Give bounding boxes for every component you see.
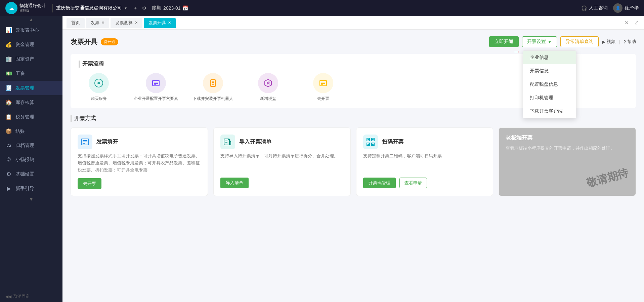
method-boss-desc: 查看老板端小程序提交的开票申请，并作出相应的处理。 bbox=[506, 145, 629, 165]
settings-dropdown: 企业信息 开票信息 配置税盘信息 打印机管理 下载开票客户端 → bbox=[523, 50, 576, 118]
tab-invoice-calc[interactable]: 发票测算 ✕ bbox=[111, 18, 142, 28]
svg-text:+: + bbox=[269, 79, 271, 82]
help-label: 帮助 bbox=[627, 39, 636, 45]
billing-methods-grid: 发票填开 支持按照发票样式手工填开发票；可开具增值税电子普通发票、增值税普通发票… bbox=[71, 127, 636, 196]
status-badge: 待开通 bbox=[101, 38, 118, 45]
method-card-fill-header: 发票填开 bbox=[78, 135, 201, 149]
method-card-scan: 扫码开票 支持定制开票二维码，客户端可扫码开票 开票码管理 查看申请 bbox=[356, 127, 493, 196]
sidebar-scroll-up[interactable]: ▲ bbox=[0, 16, 62, 23]
method-scan-btn2[interactable]: 查看申请 bbox=[399, 178, 427, 188]
video-button[interactable]: ▶ 视频 bbox=[602, 39, 615, 45]
sidebar-item-expense[interactable]: © 小畅报销 bbox=[0, 153, 62, 167]
method-fill-btn[interactable]: 去开票 bbox=[78, 178, 101, 189]
sidebar-item-reports[interactable]: 📊 云报表中心 bbox=[0, 23, 62, 37]
dropdown-item-tax-disk[interactable]: 配置税盘信息 bbox=[523, 78, 576, 91]
page-content: 发票开具 待开通 立即开通 开票设置 ▼ 异常清单查询 ▶ 视频 bbox=[62, 30, 644, 302]
method-scan-desc: 支持定制开票二维码，客户端可扫码开票 bbox=[363, 153, 486, 173]
top-bar-center: + ⚙ 账期 2023-01 📅 bbox=[134, 5, 188, 11]
guide-icon: ▶ bbox=[5, 185, 12, 192]
funds-icon: 💰 bbox=[5, 41, 12, 48]
sidebar-item-assets-label: 固定资产 bbox=[15, 56, 34, 62]
sidebar-item-funds[interactable]: 💰 资金管理 bbox=[0, 37, 62, 52]
add-button[interactable]: + bbox=[134, 5, 137, 11]
flow-step-5: 去开票 bbox=[303, 73, 343, 102]
sidebar-item-guide-label: 新手引导 bbox=[15, 186, 34, 192]
method-boss-title: 老板端开票 bbox=[506, 135, 532, 142]
step-5-icon bbox=[313, 73, 333, 93]
method-card-boss: 老板端开票 查看老板端小程序提交的开票申请，并作出相应的处理。 敬请期待 bbox=[499, 127, 636, 196]
sidebar-item-inventory[interactable]: 🏠 库存核算 bbox=[0, 95, 62, 110]
flow-step-4: 税+ 新增税盘 bbox=[248, 73, 288, 102]
sidebar-item-tax-label: 税务管理 bbox=[15, 114, 34, 120]
settings-button[interactable]: 开票设置 ▼ bbox=[522, 36, 557, 47]
sidebar-scroll-down[interactable]: ▼ bbox=[0, 196, 62, 202]
company-selector[interactable]: 重庆畅捷交通信息咨询有限公司 ▼ bbox=[52, 4, 131, 12]
account-period[interactable]: 账期 2023-01 📅 bbox=[152, 5, 188, 11]
abnormal-list-button[interactable]: 异常清单查询 bbox=[560, 36, 599, 47]
calendar-icon: 📅 bbox=[182, 5, 188, 11]
method-import-btn[interactable]: 导入清单 bbox=[220, 178, 249, 188]
sidebar-item-archive-label: 归档管理 bbox=[15, 143, 34, 149]
help-button[interactable]: ? 帮助 bbox=[624, 39, 636, 45]
sidebar-item-assets[interactable]: 🏢 固定资产 bbox=[0, 52, 62, 66]
account-period-value: 2023-01 bbox=[163, 5, 180, 11]
activate-button[interactable]: 立即开通 bbox=[489, 36, 519, 47]
unpin-icon: ◀◀ bbox=[5, 294, 11, 299]
coming-soon-watermark: 敬请期待 bbox=[585, 166, 630, 191]
invoice-icon: 🧾 bbox=[5, 85, 12, 91]
sidebar-item-reports-label: 云报表中心 bbox=[15, 27, 39, 33]
sidebar-item-closing[interactable]: 📦 结账 bbox=[0, 124, 62, 139]
sidebar-item-tax[interactable]: 📋 税务管理 bbox=[0, 110, 62, 124]
close-window-button[interactable]: ✕ bbox=[623, 18, 630, 27]
method-scan-btn1[interactable]: 开票码管理 bbox=[363, 178, 396, 188]
page-title-area: 发票开具 待开通 bbox=[71, 37, 118, 46]
avatar: 👤 bbox=[613, 3, 622, 13]
support-button[interactable]: 🎧 人工咨询 bbox=[581, 5, 608, 11]
step-2-icon bbox=[146, 73, 166, 93]
svg-text:+: + bbox=[101, 79, 102, 82]
tab-invoice[interactable]: 发票 ✕ bbox=[86, 18, 109, 28]
billing-section: 开票方式 发票填开 支持按照发票样式手工填开发票；可开具增值税电子普通发票、增值… bbox=[71, 115, 636, 196]
settings-icon[interactable]: ⚙ bbox=[142, 5, 146, 11]
dropdown-item-download-client[interactable]: 下载开票客户端 bbox=[523, 105, 576, 118]
method-card-fill: 发票填开 支持按照发票样式手工填开发票；可开具增值税电子普通发票、增值税普通发票… bbox=[71, 127, 208, 196]
sidebar-item-guide[interactable]: ▶ 新手引导 bbox=[0, 181, 62, 196]
expand-window-button[interactable]: ⤢ bbox=[633, 18, 640, 27]
sidebar-item-settings-label: 基础设置 bbox=[15, 171, 34, 177]
dropdown-item-invoice-info[interactable]: 开票信息 bbox=[523, 64, 576, 78]
archive-icon: 🗂 bbox=[5, 143, 12, 149]
step-2-label: 企业开通配置开票六要素 bbox=[134, 96, 178, 102]
company-arrow-icon: ▼ bbox=[124, 6, 127, 10]
svg-rect-27 bbox=[368, 139, 369, 140]
dropdown-item-company-info[interactable]: 企业信息 bbox=[523, 51, 576, 64]
salary-icon: 💵 bbox=[5, 70, 12, 77]
page-header: 发票开具 待开通 立即开通 开票设置 ▼ 异常清单查询 ▶ 视频 bbox=[71, 36, 636, 47]
flow-step-2: 企业开通配置开票六要素 bbox=[134, 73, 178, 102]
svg-rect-31 bbox=[372, 144, 374, 145]
dropdown-item-printer[interactable]: 打印机管理 bbox=[523, 91, 576, 105]
support-label: 人工咨询 bbox=[589, 5, 608, 11]
tab-invoice-issue-close[interactable]: ✕ bbox=[168, 21, 171, 25]
settings-label: 开票设置 bbox=[527, 39, 546, 45]
step-4-icon: 税+ bbox=[258, 73, 278, 93]
tab-home[interactable]: 首页 bbox=[67, 18, 85, 28]
page-title: 发票开具 bbox=[71, 37, 97, 46]
top-bar-right: 🎧 人工咨询 👤 徐泽华 bbox=[581, 3, 639, 13]
tab-invoice-issue-label: 发票开具 bbox=[148, 20, 166, 26]
method-card-import: 导入开票清单 支持导入待开票清单，可对待开票清单进行拆分、合并处理。 导入清单 bbox=[213, 127, 351, 196]
play-icon: ▶ bbox=[602, 39, 605, 44]
sidebar-item-invoice[interactable]: 🧾 发票管理 bbox=[0, 81, 62, 95]
expense-icon: © bbox=[5, 157, 12, 163]
tab-invoice-calc-close[interactable]: ✕ bbox=[135, 21, 138, 25]
tab-invoice-label: 发票 bbox=[91, 20, 99, 26]
logo-area: ☁ 畅捷通好会计 旗舰版 bbox=[5, 2, 46, 14]
tab-invoice-close[interactable]: ✕ bbox=[101, 21, 104, 25]
sidebar-unpin-button[interactable]: ◀◀ 取消固定 bbox=[0, 291, 62, 302]
sidebar-item-archive[interactable]: 🗂 归档管理 bbox=[0, 139, 62, 153]
user-menu[interactable]: 👤 徐泽华 bbox=[613, 3, 639, 13]
tab-invoice-issue[interactable]: 发票开具 ✕ bbox=[144, 18, 176, 28]
sidebar-item-salary[interactable]: 💵 工资 bbox=[0, 66, 62, 81]
tab-home-label: 首页 bbox=[71, 20, 80, 26]
method-card-scan-header: 扫码开票 bbox=[363, 135, 486, 149]
sidebar-item-settings[interactable]: ⚙ 基础设置 bbox=[0, 167, 62, 181]
